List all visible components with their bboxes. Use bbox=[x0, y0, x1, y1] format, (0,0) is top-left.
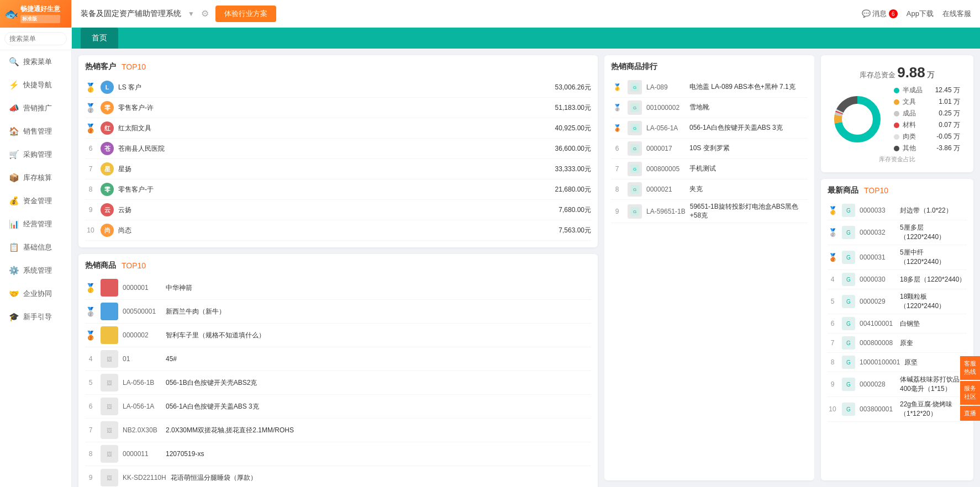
online-service-button[interactable]: 在线客服 bbox=[942, 9, 971, 19]
hot-products-title: 热销商品 TOP10 bbox=[85, 261, 591, 271]
rank-medal-icon: 🥇 bbox=[611, 83, 623, 91]
customer-name: 红太阳文具 bbox=[118, 124, 551, 133]
system-title: 装备及固定资产辅助管理系统 bbox=[81, 9, 181, 19]
hot-product-row: 🥇 0000001 中华神箭 bbox=[85, 276, 591, 300]
customer-rank-row: 🥇 L LS 客户 53,006.26元 bbox=[85, 77, 591, 98]
sidebar-item-label: 库存核算 bbox=[23, 173, 52, 183]
legend-value: 0.07 万 bbox=[939, 120, 960, 130]
customer-avatar: 零 bbox=[101, 101, 114, 114]
legend-value: 0.25 万 bbox=[939, 109, 960, 118]
customer-avatar: 苍 bbox=[101, 142, 114, 155]
sidebar-item-purchase[interactable]: 🛒 采购管理 bbox=[0, 143, 71, 166]
sidebar-item-basic-info[interactable]: 📋 基础信息 bbox=[0, 236, 71, 259]
sidebar-item-sales[interactable]: 🏠 销售管理 bbox=[0, 120, 71, 143]
search-input[interactable] bbox=[4, 32, 67, 45]
inventory-chart: 半成品 12.45 万 文具 1.01 万 成品 0.25 万 材料 0.07 … bbox=[830, 86, 965, 153]
legend-label: 肉类 bbox=[903, 132, 933, 141]
customer-amount: 40,925.00元 bbox=[555, 124, 591, 133]
rank-medal-icon: 🥇 bbox=[85, 283, 96, 293]
middle-product-row: 6 G 0000017 10S 变刹罗紧 bbox=[611, 139, 808, 159]
legend-color-dot bbox=[894, 123, 899, 128]
product-code: KK-SD22110H bbox=[123, 474, 166, 481]
product-code: 001000002 bbox=[646, 104, 685, 112]
sidebar-item-finance[interactable]: 💰 资金管理 bbox=[0, 189, 71, 213]
legend-color-dot bbox=[894, 111, 899, 117]
legend-item: 文具 1.01 万 bbox=[894, 97, 960, 107]
customer-service-button[interactable]: 客服热线 bbox=[960, 356, 980, 380]
new-product-row: 8 G 10000100001 原坚 bbox=[828, 353, 967, 372]
hot-product-row: 8 🖼 0000011 12070519-xs bbox=[85, 442, 591, 466]
product-code: 01 bbox=[123, 355, 161, 363]
product-name: 雪地靴 bbox=[689, 103, 808, 112]
sidebar-item-label: 营销推广 bbox=[23, 103, 52, 113]
hot-product-row: 5 🖼 LA-056-1B 056-1B白色按键开关壳ABS2克 bbox=[85, 371, 591, 395]
product-thumbnail: G bbox=[628, 80, 642, 94]
logo-icon: 🐟 bbox=[4, 7, 18, 20]
product-thumbnail: G bbox=[628, 141, 642, 156]
customer-avatar: 尚 bbox=[101, 224, 114, 237]
messages-button[interactable]: 💬 消息 6 bbox=[862, 9, 898, 19]
customer-name: 尚态 bbox=[118, 226, 554, 235]
rank-medal-icon: 🥉 bbox=[85, 123, 96, 134]
product-code: 0000031 bbox=[860, 253, 895, 261]
product-thumbnail: G bbox=[842, 317, 855, 330]
sidebar-item-collaboration[interactable]: 🤝 企业协同 bbox=[0, 282, 71, 305]
middle-product-row: 🥇 G LA-089 电池盖 LA-089 ABS本色+黑种 7.1克 bbox=[611, 77, 808, 98]
logo-name: 畅捷通好生意 bbox=[20, 4, 60, 14]
live-button[interactable]: 直播 bbox=[960, 406, 980, 421]
product-code: 0000028 bbox=[860, 380, 895, 388]
rank-medal-icon: 🥈 bbox=[611, 104, 623, 112]
product-code: 000800005 bbox=[646, 165, 685, 173]
customer-name: LS 客户 bbox=[118, 83, 551, 92]
sidebar-item-marketing[interactable]: 📣 营销推广 bbox=[0, 97, 71, 120]
rank-medal-icon: 🥉 bbox=[828, 253, 837, 262]
svg-text:G: G bbox=[633, 167, 636, 172]
settings-button[interactable]: ⚙ bbox=[201, 8, 209, 19]
sidebar-item-system[interactable]: ⚙️ 系统管理 bbox=[0, 259, 71, 282]
sidebar-item-quick-nav[interactable]: ⚡ 快捷导航 bbox=[0, 73, 71, 97]
rank-number: 8 bbox=[828, 358, 837, 366]
product-name: 新西兰牛肉（新牛） bbox=[166, 307, 591, 316]
list-icon: 📋 bbox=[9, 242, 19, 252]
rank-number: 7 bbox=[85, 426, 96, 434]
money-icon: 💰 bbox=[9, 196, 19, 206]
hot-product-row: 4 🖼 01 45# bbox=[85, 347, 591, 371]
customer-amount: 33,333.00元 bbox=[555, 165, 591, 174]
legend-value: 12.45 万 bbox=[935, 86, 960, 95]
sidebar-item-label: 经营管理 bbox=[23, 219, 52, 229]
sidebar-logo: 🐟 畅捷通好生意 标准版 bbox=[0, 0, 71, 28]
product-name: 12070519-xs bbox=[166, 450, 591, 458]
trial-button[interactable]: 体验行业方案 bbox=[215, 6, 276, 22]
sidebar-item-inventory[interactable]: 📦 库存核算 bbox=[0, 166, 71, 189]
sidebar: 🐟 畅捷通好生意 标准版 🔍 搜索菜单 ⚡ 快捷导航 📣 营销推广 🏠 销售管理… bbox=[0, 0, 72, 487]
sidebar-item-label: 资金管理 bbox=[23, 196, 52, 206]
chart-icon: 📊 bbox=[9, 219, 19, 229]
new-products-list: 🥇 G 0000033 封边带（1.0*22） 🥈 G 0000032 5厘多层… bbox=[828, 201, 967, 422]
product-thumbnail: G bbox=[842, 251, 855, 264]
app-download-button[interactable]: App下载 bbox=[907, 9, 934, 19]
product-name: 056-1A白色按键开关盖ABS 3克 bbox=[166, 402, 591, 411]
product-thumbnail-placeholder: 🖼 bbox=[101, 445, 118, 463]
sidebar-item-guide[interactable]: 🎓 新手引导 bbox=[0, 305, 71, 329]
rank-number: 7 bbox=[611, 165, 623, 173]
dropdown-arrow-icon[interactable]: ▼ bbox=[188, 10, 194, 18]
svg-text:G: G bbox=[633, 85, 636, 90]
tab-home[interactable]: 首页 bbox=[81, 28, 118, 49]
customer-name: 苍南县人民医院 bbox=[118, 144, 551, 153]
svg-text:G: G bbox=[633, 126, 636, 131]
new-product-row: 7 G 000800008 原奎 bbox=[828, 334, 967, 353]
rank-number: 8 bbox=[85, 450, 96, 458]
float-buttons: 客服热线 服务社区 直播 bbox=[960, 356, 980, 421]
rank-number: 9 bbox=[85, 206, 96, 214]
product-code: 10000100001 bbox=[860, 358, 900, 366]
product-code: 0000017 bbox=[646, 145, 685, 152]
new-product-row: 🥇 G 0000033 封边带（1.0*22） bbox=[828, 201, 967, 220]
rank-number: 8 bbox=[611, 186, 623, 193]
rank-number: 10 bbox=[85, 226, 96, 234]
sidebar-item-search[interactable]: 🔍 搜索菜单 bbox=[0, 50, 71, 73]
sidebar-item-operations[interactable]: 📊 经营管理 bbox=[0, 213, 71, 236]
hot-product-row: 🥈 000500001 新西兰牛肉（新牛） bbox=[85, 300, 591, 324]
customer-amount: 53,006.26元 bbox=[555, 83, 591, 92]
svg-text:G: G bbox=[633, 105, 636, 110]
community-button[interactable]: 服务社区 bbox=[960, 381, 980, 405]
